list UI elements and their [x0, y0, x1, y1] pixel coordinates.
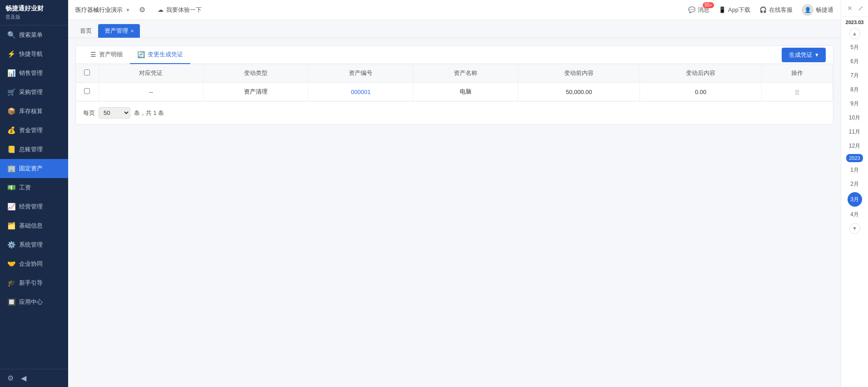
sidebar-item-12[interactable]: 🤝企业协同	[0, 254, 68, 273]
month-item[interactable]: 9月	[841, 97, 868, 111]
sidebar-item-14[interactable]: 🔲应用中心	[0, 293, 68, 312]
table-col-before: 变动前内容	[518, 64, 640, 83]
sidebar-icon-2: 📊	[7, 69, 15, 77]
sidebar-item-5[interactable]: 💰资金管理	[0, 121, 68, 140]
month-item[interactable]: 1月	[841, 163, 868, 177]
month-item[interactable]: 10月	[841, 111, 868, 125]
sidebar-label-9: 经营管理	[19, 203, 43, 211]
year-badge-2023: 2023	[846, 154, 863, 162]
month-list: ▲5月6月7月8月9月10月11月12月20231月2月3月4月▼	[841, 27, 868, 387]
main-area: 医疗器械行业演示 ▼ ⚙ ☁ 我要体验一下 💬 消息 99+ 📱 App下载 🎧…	[68, 0, 841, 387]
sidebar-icon-3: 🛒	[7, 88, 15, 96]
home-label: 首页	[80, 27, 92, 35]
tab-close-icon[interactable]: ×	[131, 28, 134, 34]
header-right: 💬 消息 99+ 📱 App下载 🎧 在线客服 👤 畅捷通	[688, 4, 833, 16]
row-change-type-0: 资产清理	[203, 83, 308, 101]
table-col-checkbox	[76, 64, 99, 83]
month-item[interactable]: 4月	[841, 208, 868, 222]
sidebar-label-5: 资金管理	[19, 126, 43, 134]
avatar: 👤	[802, 4, 813, 16]
app-download-label: App下载	[728, 6, 750, 14]
tab-active-label: 资产管理	[104, 27, 128, 35]
row-select-0[interactable]	[84, 88, 90, 94]
table-col-asset-no: 资产编号	[308, 64, 413, 83]
sidebar-item-2[interactable]: 📊销售管理	[0, 64, 68, 83]
month-item[interactable]: 2月	[841, 177, 868, 191]
row-asset-name-0: 电脑	[413, 83, 518, 101]
tab-asset-management[interactable]: 资产管理 ×	[98, 24, 140, 38]
settings-icon[interactable]: ⚙	[7, 374, 14, 382]
table-wrapper: 对应凭证 变动类型 资产编号 资产名称 变动前内容 变动后内容 操作 -- 资产…	[76, 64, 833, 101]
month-nav-down[interactable]: ▼	[849, 223, 860, 234]
month-item[interactable]: 8月	[841, 83, 868, 97]
table-col-after: 变动后内容	[640, 64, 762, 83]
sidebar-item-6[interactable]: 📒总账管理	[0, 140, 68, 159]
per-page-label: 每页	[83, 109, 95, 117]
sidebar-item-0[interactable]: 🔍搜索菜单	[0, 25, 68, 45]
experience-label: 我要体验一下	[166, 6, 202, 14]
company-name: 医疗器械行业演示	[75, 6, 123, 14]
total-label: 条，共 1 条	[134, 109, 164, 117]
sidebar: 畅捷通好业财 普及版 🔍搜索菜单⚡快捷导航📊销售管理🛒采购管理📦库存核算💰资金管…	[0, 0, 68, 387]
app-download-button[interactable]: 📱 App下载	[719, 6, 750, 14]
right-panel: ✕ ⤢ 2023.03 ▲5月6月7月8月9月10月11月12月20231月2月…	[841, 0, 868, 387]
table-col-change-type: 变动类型	[203, 64, 308, 83]
company-selector[interactable]: 医疗器械行业演示 ▼	[75, 6, 130, 14]
tab1-label: 资产明细	[99, 50, 123, 59]
sidebar-item-11[interactable]: ⚙️系统管理	[0, 235, 68, 254]
content-area: ☰ 资产明细 🔄 变更生成凭证 生成凭证 ▾	[68, 38, 841, 387]
tab2-label: 变更生成凭证	[148, 50, 183, 59]
sidebar-label-14: 应用中心	[19, 298, 43, 306]
sidebar-logo: 畅捷通好业财 普及版	[0, 0, 68, 25]
user-profile[interactable]: 👤 畅捷通	[802, 4, 833, 16]
app-logo-sub: 普及版	[5, 14, 63, 20]
header-gear-button[interactable]: ⚙	[136, 4, 149, 16]
sidebar-item-13[interactable]: 🎓新手引导	[0, 273, 68, 293]
messages-button[interactable]: 💬 消息 99+	[688, 6, 709, 14]
panel-expand-icon[interactable]: ⤢	[856, 4, 865, 13]
sidebar-icon-0: 🔍	[7, 31, 15, 39]
page-size-select[interactable]: 102050100	[99, 107, 130, 119]
month-item[interactable]: 5月	[841, 40, 868, 55]
month-item[interactable]: 12月	[841, 139, 868, 153]
customer-service-button[interactable]: 🎧 在线客服	[759, 6, 793, 14]
sidebar-item-9[interactable]: 📈经营管理	[0, 197, 68, 216]
collapse-icon[interactable]: ◀	[21, 374, 26, 382]
month-item[interactable]: 7月	[841, 69, 868, 83]
delete-icon-0[interactable]: 🗑	[794, 88, 801, 96]
messages-badge: 99+	[703, 2, 714, 8]
row-before-0: 50,000.00	[518, 83, 640, 101]
generate-button[interactable]: 生成凭证 ▾	[782, 48, 826, 62]
select-all-checkbox[interactable]	[84, 69, 90, 75]
month-item[interactable]: 11月	[841, 125, 868, 139]
sidebar-item-4[interactable]: 📦库存核算	[0, 102, 68, 121]
sidebar-icon-9: 📈	[7, 203, 15, 211]
experience-button[interactable]: ☁ 我要体验一下	[158, 6, 202, 14]
panel-close-icon[interactable]: ✕	[845, 4, 854, 13]
sidebar-label-0: 搜索菜单	[19, 31, 43, 39]
month-item[interactable]: 3月	[848, 192, 862, 207]
sidebar-item-1[interactable]: ⚡快捷导航	[0, 45, 68, 64]
table-col-voucher: 对应凭证	[99, 64, 203, 83]
year-section-2023: 2023	[841, 153, 868, 163]
sidebar-item-10[interactable]: 🗂️基础信息	[0, 216, 68, 235]
generate-btn-label: 生成凭证	[789, 51, 813, 59]
inner-tab-asset-detail[interactable]: ☰ 资产明细	[83, 46, 130, 64]
inner-tab-generate-voucher[interactable]: 🔄 变更生成凭证	[130, 46, 190, 64]
voucher-icon: 🔄	[137, 51, 145, 58]
tab-home[interactable]: 首页	[75, 24, 96, 38]
right-panel-header: ✕ ⤢	[841, 0, 868, 17]
sidebar-item-3[interactable]: 🛒采购管理	[0, 83, 68, 102]
sidebar-icon-8: 💵	[7, 184, 15, 192]
month-item[interactable]: 6月	[841, 55, 868, 69]
sidebar-label-10: 基础信息	[19, 222, 43, 230]
tab-bar: 首页 资产管理 ×	[68, 20, 841, 38]
month-nav-up[interactable]: ▲	[849, 28, 860, 39]
row-voucher-0: --	[99, 83, 203, 101]
sidebar-label-3: 采购管理	[19, 88, 43, 96]
sidebar-icon-7: 🏢	[7, 164, 15, 173]
table-header-row: 对应凭证 变动类型 资产编号 资产名称 变动前内容 变动后内容 操作	[76, 64, 833, 83]
avatar-icon: 👤	[804, 7, 811, 13]
sidebar-item-7[interactable]: 🏢固定资产	[0, 159, 68, 178]
sidebar-item-8[interactable]: 💵工资	[0, 178, 68, 197]
